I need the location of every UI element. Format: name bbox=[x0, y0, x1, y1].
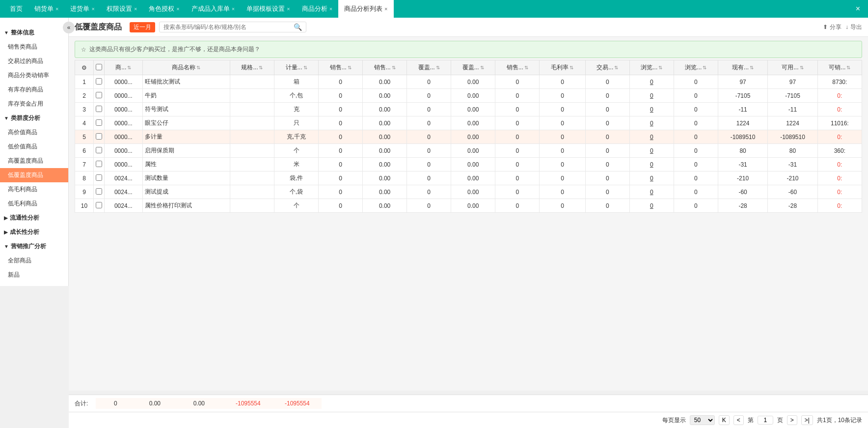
cell-checkbox[interactable] bbox=[93, 171, 104, 185]
browse-link[interactable]: 0 bbox=[650, 202, 653, 209]
nav-product-inbound[interactable]: 产成品入库单 × bbox=[186, 0, 241, 18]
col-sales-qty[interactable]: 销售...⇅ bbox=[319, 60, 363, 75]
per-page-select[interactable]: 50 100 200 bbox=[690, 415, 715, 425]
sidebar-item-category-sales-rate[interactable]: 商品分类动销率 bbox=[0, 68, 68, 83]
sidebar-section-overview[interactable]: ▼ 整体信息 bbox=[0, 26, 68, 40]
row-checkbox[interactable] bbox=[96, 78, 102, 85]
cell-name[interactable]: 牛奶 bbox=[142, 89, 230, 103]
cell-browse1[interactable]: 0 bbox=[629, 116, 674, 130]
browse-link[interactable]: 0 bbox=[650, 79, 653, 86]
col-available[interactable]: 可用...⇅ bbox=[768, 60, 817, 75]
sidebar-section-liquidity-analysis[interactable]: ▶ 流通性分析 bbox=[0, 211, 68, 225]
col-sales-amt[interactable]: 销售...⇅ bbox=[363, 60, 407, 75]
last-page-button[interactable]: >| bbox=[801, 415, 813, 425]
sidebar-item-low-value[interactable]: 低价值商品 bbox=[0, 140, 68, 154]
cell-browse1[interactable]: 0 bbox=[629, 185, 674, 199]
col-code[interactable]: 商...⇅ bbox=[104, 60, 142, 75]
first-page-button[interactable]: K bbox=[719, 415, 730, 425]
row-checkbox[interactable] bbox=[96, 174, 102, 181]
sidebar-item-low-coverage[interactable]: 低覆盖度商品 bbox=[0, 168, 68, 182]
cell-name[interactable]: 属性价格打印测试 bbox=[142, 199, 230, 213]
nav-template-settings[interactable]: 单据模板设置 × bbox=[241, 0, 296, 18]
cell-checkbox[interactable] bbox=[93, 89, 104, 103]
cell-name[interactable]: 测试提成 bbox=[142, 185, 230, 199]
share-button[interactable]: ⬆ 分享 bbox=[823, 23, 841, 31]
browse-link[interactable]: 0 bbox=[650, 106, 653, 113]
nav-permission-settings[interactable]: 权限设置 × bbox=[101, 0, 143, 18]
export-button[interactable]: ↓ 导出 bbox=[845, 23, 862, 31]
cell-browse1[interactable]: 0 bbox=[629, 89, 674, 103]
col-browse2[interactable]: 浏览...⇅ bbox=[674, 60, 718, 75]
cell-browse1[interactable]: 0 bbox=[629, 75, 674, 89]
cell-browse1[interactable]: 0 bbox=[629, 199, 674, 213]
browse-link[interactable]: 0 bbox=[650, 147, 653, 154]
sidebar-section-growth-analysis[interactable]: ▶ 成长性分析 bbox=[0, 225, 68, 239]
cell-checkbox[interactable] bbox=[93, 103, 104, 116]
row-checkbox[interactable] bbox=[96, 119, 102, 126]
time-filter-button[interactable]: 近一月 bbox=[130, 22, 155, 32]
next-page-button[interactable]: > bbox=[787, 415, 797, 425]
col-current[interactable]: 现有...⇅ bbox=[718, 60, 767, 75]
browse-link[interactable]: 0 bbox=[650, 175, 653, 182]
sidebar-section-cluster-analysis[interactable]: ▼ 类群度分析 bbox=[0, 111, 68, 125]
cell-name[interactable]: 启用保质期 bbox=[142, 144, 230, 158]
cell-name[interactable]: 多计量 bbox=[142, 130, 230, 144]
sidebar-item-new-goods[interactable]: 新品 bbox=[0, 268, 68, 282]
row-checkbox[interactable] bbox=[96, 106, 102, 112]
nav-home[interactable]: 首页 bbox=[4, 0, 28, 18]
sidebar-item-low-margin[interactable]: 低毛利商品 bbox=[0, 197, 68, 211]
sidebar-item-high-coverage[interactable]: 高覆盖度商品 bbox=[0, 154, 68, 168]
search-icon[interactable]: 🔍 bbox=[294, 23, 302, 31]
row-checkbox[interactable] bbox=[96, 188, 102, 195]
row-checkbox[interactable] bbox=[96, 133, 102, 140]
col-margin[interactable]: 毛利率⇅ bbox=[540, 60, 585, 75]
sidebar-item-stock-capital[interactable]: 库存资金占用 bbox=[0, 97, 68, 111]
nav-product-analysis[interactable]: 商品分析 × bbox=[296, 0, 338, 18]
nav-sales-order[interactable]: 销货单 × bbox=[28, 0, 64, 18]
col-browse1[interactable]: 浏览...⇅ bbox=[629, 60, 674, 75]
settings-icon[interactable]: ⚙ bbox=[81, 64, 87, 71]
sidebar-item-high-value[interactable]: 高价值商品 bbox=[0, 125, 68, 140]
cell-checkbox[interactable] bbox=[93, 199, 104, 213]
col-cover1[interactable]: 覆盖...⇅ bbox=[407, 60, 451, 75]
cell-checkbox[interactable] bbox=[93, 185, 104, 199]
col-sellable[interactable]: 可销...⇅ bbox=[817, 60, 862, 75]
col-sales3[interactable]: 销售...⇅ bbox=[495, 60, 540, 75]
col-spec[interactable]: 规格...⇅ bbox=[230, 60, 274, 75]
col-trade[interactable]: 交易...⇅ bbox=[585, 60, 629, 75]
col-name[interactable]: 商品名称⇅ bbox=[142, 60, 230, 75]
horizontal-scrollbar[interactable] bbox=[69, 391, 868, 395]
cell-browse1[interactable]: 0 bbox=[629, 171, 674, 185]
browse-link[interactable]: 0 bbox=[650, 120, 653, 127]
cell-checkbox[interactable] bbox=[93, 144, 104, 158]
col-unit[interactable]: 计量...⇅ bbox=[274, 60, 319, 75]
cell-checkbox[interactable] bbox=[93, 158, 104, 171]
browse-link[interactable]: 0 bbox=[650, 92, 653, 99]
cell-browse1[interactable]: 0 bbox=[629, 144, 674, 158]
nav-role-auth[interactable]: 角色授权 × bbox=[143, 0, 185, 18]
search-input[interactable] bbox=[163, 24, 294, 30]
select-all-checkbox[interactable] bbox=[96, 64, 102, 70]
window-close-button[interactable]: × bbox=[852, 4, 864, 13]
sidebar-item-traded-goods[interactable]: 交易过的商品 bbox=[0, 54, 68, 68]
cell-checkbox[interactable] bbox=[93, 116, 104, 130]
row-checkbox[interactable] bbox=[96, 202, 102, 208]
row-checkbox[interactable] bbox=[96, 92, 102, 98]
cell-checkbox[interactable] bbox=[93, 75, 104, 89]
sidebar-item-all-goods[interactable]: 全部商品 bbox=[0, 254, 68, 268]
cell-name[interactable]: 符号测试 bbox=[142, 103, 230, 116]
prev-page-button[interactable]: < bbox=[733, 415, 744, 425]
cell-browse1[interactable]: 0 bbox=[629, 103, 674, 116]
sidebar-item-sales-goods[interactable]: 销售类商品 bbox=[0, 40, 68, 54]
browse-link[interactable]: 0 bbox=[650, 189, 653, 196]
nav-product-analysis-list[interactable]: 商品分析列表 × bbox=[338, 0, 393, 18]
cell-name[interactable]: 旺铺批次测试 bbox=[142, 75, 230, 89]
cell-browse1[interactable]: 0 bbox=[629, 158, 674, 171]
cell-checkbox[interactable] bbox=[93, 130, 104, 144]
sidebar-section-marketing-analysis[interactable]: ▼ 营销推广分析 bbox=[0, 239, 68, 254]
row-checkbox[interactable] bbox=[96, 161, 102, 167]
sidebar-item-high-margin[interactable]: 高毛利商品 bbox=[0, 182, 68, 197]
col-settings[interactable]: ⚙ bbox=[75, 60, 94, 75]
col-cover2[interactable]: 覆盖...⇅ bbox=[451, 60, 495, 75]
cell-name[interactable]: 属性 bbox=[142, 158, 230, 171]
